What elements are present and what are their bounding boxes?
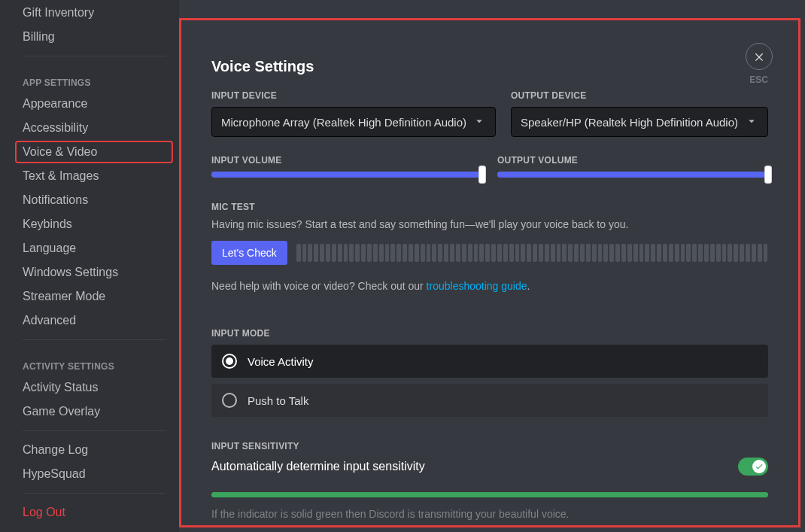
esc-label: ESC: [749, 74, 768, 85]
sidebar-item-gift-inventory[interactable]: Gift Inventory: [15, 2, 173, 24]
sidebar: Gift Inventory Billing APP SETTINGS Appe…: [0, 0, 179, 532]
sensitivity-note: If the indicator is solid green then Dis…: [211, 508, 768, 520]
input-device-value: Microphone Array (Realtek High Definitio…: [221, 116, 466, 129]
input-mode-label: INPUT MODE: [211, 328, 768, 339]
sidebar-item-streamer-mode[interactable]: Streamer Mode: [15, 285, 173, 308]
sidebar-item-game-overlay[interactable]: Game Overlay: [15, 400, 173, 423]
sidebar-item-change-log[interactable]: Change Log: [15, 439, 173, 461]
help-text: Need help with voice or video? Check out…: [211, 280, 768, 292]
sidebar-item-hypesquad[interactable]: HypeSquad: [15, 463, 173, 485]
output-device-label: OUTPUT DEVICE: [511, 90, 768, 101]
check-icon: [755, 462, 764, 471]
auto-sensitivity-title: Automatically determine input sensitivit…: [211, 460, 425, 473]
output-volume-label: OUTPUT VOLUME: [497, 155, 768, 166]
sidebar-item-windows-settings[interactable]: Windows Settings: [15, 261, 173, 284]
output-device-value: Speaker/HP (Realtek High Definition Audi…: [521, 116, 739, 129]
input-mode-push-to-talk[interactable]: Push to Talk: [211, 384, 768, 417]
output-device-dropdown[interactable]: Speaker/HP (Realtek High Definition Audi…: [511, 107, 768, 137]
mic-level-meter: [296, 244, 768, 262]
input-sensitivity-label: INPUT SENSITIVITY: [211, 441, 768, 451]
sidebar-item-billing[interactable]: Billing: [15, 26, 173, 48]
chevron-down-icon: [472, 114, 486, 130]
sidebar-item-appearance[interactable]: Appearance: [15, 93, 173, 115]
sidebar-header-activity: ACTIVITY SETTINGS: [15, 348, 173, 375]
radio-label: Voice Activity: [248, 355, 314, 368]
mic-test-label: MIC TEST: [211, 202, 768, 212]
troubleshooting-link[interactable]: troubleshooting guide: [427, 280, 527, 292]
sidebar-item-activity-status[interactable]: Activity Status: [15, 376, 173, 399]
input-mode-voice-activity[interactable]: Voice Activity: [211, 345, 768, 378]
mic-test-desc: Having mic issues? Start a test and say …: [211, 218, 768, 230]
sidebar-item-advanced[interactable]: Advanced: [15, 309, 173, 332]
radio-selected-icon: [222, 354, 237, 369]
mic-test-button[interactable]: Let's Check: [211, 241, 287, 265]
sidebar-header-app: APP SETTINGS: [15, 64, 173, 91]
radio-unselected-icon: [222, 393, 237, 408]
sidebar-item-notifications[interactable]: Notifications: [15, 189, 173, 211]
input-device-dropdown[interactable]: Microphone Array (Realtek High Definitio…: [211, 107, 496, 137]
sidebar-item-language[interactable]: Language: [15, 237, 173, 260]
sensitivity-indicator: [211, 492, 768, 497]
divider: [23, 339, 166, 340]
divider: [23, 430, 166, 431]
divider: [23, 56, 166, 56]
close-button[interactable]: [746, 43, 773, 70]
sidebar-item-voice-video[interactable]: Voice & Video: [15, 141, 173, 163]
output-volume-slider[interactable]: [497, 172, 768, 178]
chevron-down-icon: [745, 114, 758, 130]
sidebar-item-keybinds[interactable]: Keybinds: [15, 213, 173, 236]
page-title: Voice Settings: [211, 58, 768, 75]
sidebar-item-accessibility[interactable]: Accessibility: [15, 117, 173, 139]
close-icon: [753, 50, 765, 62]
sidebar-item-logout[interactable]: Log Out: [15, 501, 173, 524]
input-device-label: INPUT DEVICE: [211, 90, 496, 101]
input-volume-slider[interactable]: [211, 172, 482, 178]
content-panel: ESC Voice Settings INPUT DEVICE Micropho…: [179, 18, 800, 527]
auto-sensitivity-toggle[interactable]: [738, 458, 768, 476]
input-volume-label: INPUT VOLUME: [211, 155, 482, 166]
radio-label: Push to Talk: [248, 394, 308, 407]
divider: [23, 493, 166, 494]
sidebar-item-text-images[interactable]: Text & Images: [15, 165, 173, 187]
